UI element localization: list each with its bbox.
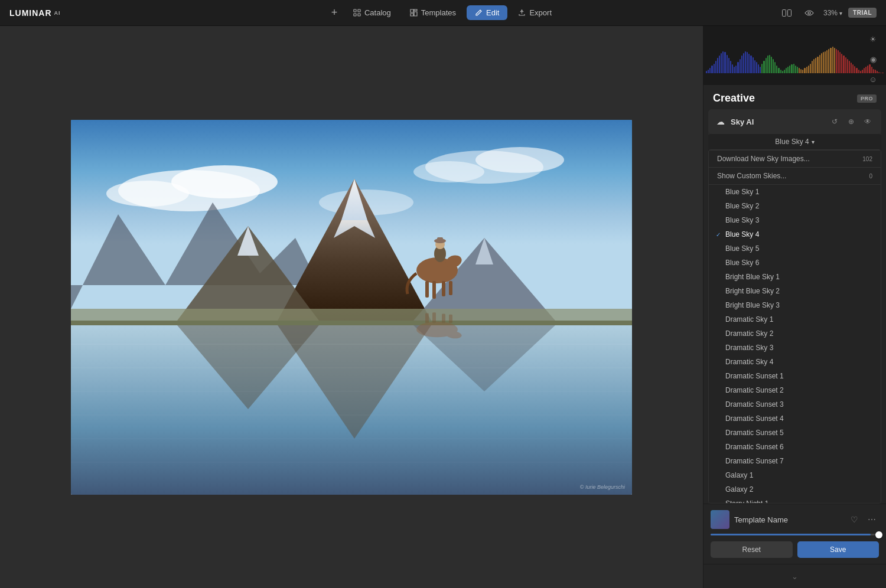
canvas-area: © Iurie Belegurschi — [0, 26, 703, 588]
svg-rect-1 — [358, 9, 360, 12]
svg-point-10 — [106, 181, 189, 207]
template-slider-track — [711, 534, 879, 535]
template-slider-fill — [711, 534, 871, 535]
sky-item[interactable]: Dramatic Sunset 5 — [709, 426, 881, 440]
template-strength-slider[interactable] — [711, 534, 879, 535]
sky-item[interactable]: Starry Night 1 — [709, 496, 881, 504]
sky-item[interactable]: ✓Blue Sky 4 — [709, 227, 881, 241]
dropdown-selected-value: Blue Sky 4 — [775, 138, 809, 146]
canvas-image: © Iurie Belegurschi — [71, 120, 632, 495]
svg-rect-3 — [358, 14, 360, 16]
more-options-icon[interactable]: ⋯ — [865, 512, 879, 527]
catalog-label: Catalog — [364, 8, 391, 17]
sky-item[interactable]: Galaxy 2 — [709, 482, 881, 496]
edit-icon — [475, 9, 483, 17]
sky-item[interactable]: Blue Sky 3 — [709, 213, 881, 227]
svg-rect-43 — [442, 313, 445, 323]
sky-item[interactable]: Dramatic Sunset 1 — [709, 369, 881, 383]
app-logo: LUMINAR AI — [9, 8, 61, 18]
color-wheel-icon[interactable]: ◉ — [865, 51, 881, 67]
topbar-right: 33% TRIAL — [778, 5, 877, 21]
template-slider-thumb[interactable] — [875, 531, 882, 538]
save-button[interactable]: Save — [797, 541, 880, 558]
undo-icon[interactable]: ↺ — [828, 115, 841, 128]
template-name-label: Template Name — [734, 515, 842, 524]
pro-badge: PRO — [857, 94, 877, 103]
sky-ai-header[interactable]: ☁ Sky AI ↺ ⊕ 👁 — [708, 109, 881, 134]
zoom-control[interactable]: 33% — [823, 9, 842, 17]
svg-rect-42 — [432, 312, 436, 323]
export-button[interactable]: Export — [510, 5, 560, 20]
face-icon[interactable]: ☺ — [865, 71, 881, 85]
download-skies-item[interactable]: Download New Sky Images... 102 — [709, 150, 881, 168]
topbar: LUMINAR AI + Catalog Templates Edit — [0, 0, 886, 26]
dropdown-header[interactable]: Blue Sky 4 — [708, 134, 881, 149]
svg-rect-33 — [442, 281, 445, 296]
svg-rect-4 — [783, 9, 786, 16]
bottom-buttons: Reset Save — [711, 541, 879, 558]
template-actions: ♡ ⋯ — [847, 512, 879, 527]
svg-rect-5 — [788, 9, 791, 16]
custom-count: 0 — [869, 173, 872, 179]
sky-item[interactable]: Bright Blue Sky 2 — [709, 284, 881, 298]
sky-item[interactable]: Bright Blue Sky 3 — [709, 298, 881, 312]
sky-item[interactable]: Galaxy 1 — [709, 468, 881, 482]
svg-point-12 — [475, 147, 564, 173]
svg-rect-44 — [449, 314, 452, 322]
edit-label: Edit — [486, 8, 499, 17]
sky-item[interactable]: Dramatic Sky 3 — [709, 341, 881, 355]
dropdown-list[interactable]: Download New Sky Images... 102 Show Cust… — [708, 149, 881, 504]
svg-point-6 — [808, 12, 810, 14]
sky-item[interactable]: Blue Sky 5 — [709, 241, 881, 256]
eye-toggle-icon[interactable]: 👁 — [861, 115, 874, 128]
sky-item[interactable]: Blue Sky 2 — [709, 199, 881, 213]
sky-item[interactable]: Dramatic Sunset 7 — [709, 454, 881, 468]
bottom-section: Template Name ♡ ⋯ Reset Save — [703, 504, 886, 564]
sky-item[interactable]: Dramatic Sunset 3 — [709, 397, 881, 411]
section-header: Creative PRO — [703, 85, 886, 109]
reset-button[interactable]: Reset — [711, 541, 793, 558]
zoom-value: 33% — [823, 9, 838, 17]
section-right-icons: PRO — [857, 94, 877, 103]
watermark: © Iurie Belegurschi — [580, 484, 625, 490]
sun-settings-icon[interactable]: ☀ — [865, 31, 881, 47]
download-count: 102 — [862, 156, 872, 162]
svg-rect-2 — [354, 14, 356, 16]
sky-ai-title: Sky AI — [731, 117, 823, 126]
export-label: Export — [529, 8, 552, 17]
sky-item[interactable]: Dramatic Sunset 6 — [709, 440, 881, 454]
app-ai-label: AI — [54, 10, 61, 16]
edit-button[interactable]: Edit — [467, 5, 507, 20]
sky-items-list: Blue Sky 1Blue Sky 2Blue Sky 3✓Blue Sky … — [709, 185, 881, 504]
sky-item[interactable]: Blue Sky 6 — [709, 256, 881, 270]
sky-item[interactable]: Blue Sky 1 — [709, 185, 881, 199]
main-layout: © Iurie Belegurschi ☀ ◉ ☺ Creative PRO — [0, 26, 886, 588]
view-mode-icon[interactable] — [778, 5, 795, 21]
svg-rect-38 — [437, 237, 443, 242]
template-row: Template Name ♡ ⋯ — [711, 510, 879, 529]
topbar-center: + Catalog Templates Edit — [326, 5, 560, 21]
svg-rect-32 — [432, 281, 436, 299]
bookmark-icon[interactable]: ⊕ — [845, 115, 858, 128]
dropdown-chevron — [812, 138, 815, 146]
catalog-button[interactable]: Catalog — [345, 5, 399, 20]
right-panel: ☀ ◉ ☺ Creative PRO ☁ Sky AI ↺ — [703, 26, 886, 588]
panel-expand-icon[interactable]: ⌄ — [787, 568, 803, 584]
sky-item[interactable]: Dramatic Sunset 2 — [709, 383, 881, 397]
sky-item[interactable]: Dramatic Sky 4 — [709, 355, 881, 369]
app-name: LUMINAR — [9, 8, 52, 18]
add-button[interactable]: + — [326, 5, 343, 21]
panel-body: Creative PRO ☁ Sky AI ↺ ⊕ 👁 — [703, 85, 886, 504]
sky-item[interactable]: Dramatic Sky 2 — [709, 326, 881, 341]
panel-top-icons: ☀ ◉ ☺ — [865, 31, 881, 85]
svg-rect-31 — [425, 281, 429, 298]
sky-item[interactable]: Bright Blue Sky 1 — [709, 270, 881, 284]
module-actions: ↺ ⊕ 👁 — [828, 115, 874, 128]
sky-item[interactable]: Dramatic Sunset 4 — [709, 411, 881, 426]
heart-icon[interactable]: ♡ — [847, 512, 861, 527]
sky-item[interactable]: Dramatic Sky 1 — [709, 312, 881, 326]
custom-skies-item[interactable]: Show Custom Skies... 0 — [709, 168, 881, 185]
eye-icon[interactable] — [801, 5, 817, 21]
cloud-icon: ☁ — [715, 116, 726, 127]
templates-button[interactable]: Templates — [402, 5, 464, 20]
